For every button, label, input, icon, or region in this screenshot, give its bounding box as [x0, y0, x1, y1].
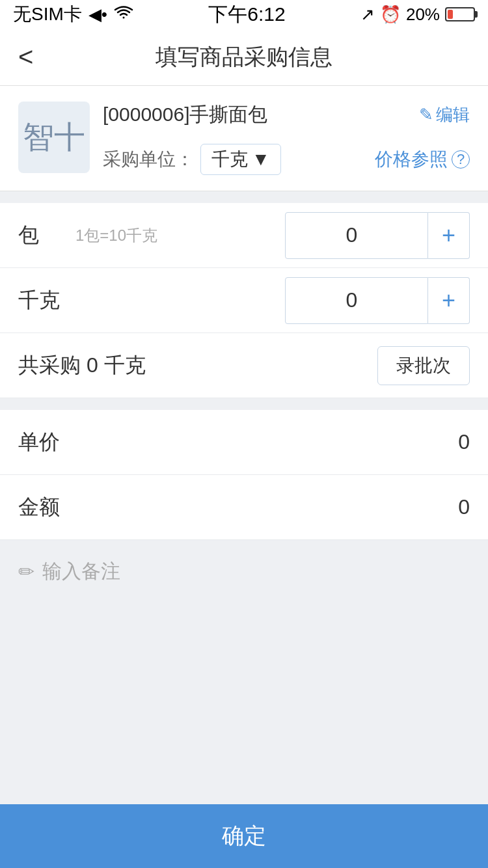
- kg-plus-icon: +: [442, 287, 455, 314]
- status-bar: 无SIM卡 ◀• 下午6:12 ↗ ⏰ 20%: [0, 0, 488, 29]
- alarm-icon: ⏰: [380, 5, 401, 25]
- summary-text: 共采购 0 千克: [18, 351, 146, 380]
- dropdown-arrow-icon: ▼: [252, 149, 270, 170]
- pencil-icon: ✏: [18, 560, 34, 583]
- unit-selector-area: 采购单位： 千克 ▼: [103, 144, 281, 175]
- status-right: ↗ ⏰ 20%: [360, 5, 475, 25]
- note-section[interactable]: ✏ 输入备注: [0, 540, 488, 670]
- product-card: 智十 [0000006]手撕面包 ✎ 编辑 采购单位： 千克 ▼: [0, 86, 488, 191]
- kg-label: 千克: [18, 286, 70, 315]
- product-unit-row: 采购单位： 千克 ▼ 价格参照 ?: [103, 144, 470, 175]
- summary-unit: 千克: [104, 353, 146, 377]
- quantity-input-section: 包 1包=10千克 + 千克 + 共采购 0 千克: [0, 203, 488, 398]
- product-info: [0000006]手撕面包 ✎ 编辑 采购单位： 千克 ▼ 价格参照 ?: [103, 102, 470, 175]
- nav-bar: < 填写商品采购信息: [0, 29, 488, 86]
- summary-row: 共采购 0 千克 录批次: [0, 333, 488, 398]
- product-thumb-icon: 智十: [23, 116, 85, 158]
- back-button[interactable]: <: [18, 42, 33, 72]
- price-ref-button[interactable]: 价格参照 ?: [375, 147, 470, 172]
- wifi-icon: ◀•: [88, 5, 107, 25]
- edit-label: 编辑: [436, 103, 470, 126]
- bag-quantity-input[interactable]: [285, 212, 428, 259]
- summary-prefix: 共采购: [18, 353, 81, 377]
- page-title: 填写商品采购信息: [156, 42, 332, 72]
- kg-input-row: 千克 +: [0, 268, 488, 333]
- confirm-button[interactable]: 确定: [0, 804, 488, 868]
- price-ref-label: 价格参照: [375, 147, 448, 172]
- carrier-text: 无SIM卡: [13, 2, 82, 27]
- product-name: [0000006]手撕面包: [103, 102, 267, 128]
- note-placeholder[interactable]: ✏ 输入备注: [18, 558, 470, 585]
- battery-icon: [445, 7, 475, 21]
- confirm-label: 确定: [222, 821, 266, 851]
- info-icon: ?: [452, 150, 470, 169]
- bag-plus-button[interactable]: +: [428, 212, 470, 259]
- product-title: 手撕面包: [189, 103, 267, 125]
- section-divider-2: [0, 398, 488, 410]
- kg-quantity-input[interactable]: [285, 277, 428, 324]
- edit-icon: ✎: [419, 105, 433, 125]
- bag-sublabel: 1包=10千克: [75, 225, 157, 246]
- unit-value: 千克: [211, 147, 248, 172]
- unit-dropdown[interactable]: 千克 ▼: [200, 144, 281, 175]
- kg-plus-button[interactable]: +: [428, 277, 470, 324]
- edit-button[interactable]: ✎ 编辑: [419, 103, 470, 126]
- plus-icon: +: [442, 222, 455, 249]
- product-thumbnail: 智十: [18, 102, 90, 173]
- wifi-signal-icon: [114, 4, 133, 25]
- unit-label: 采购单位：: [103, 147, 194, 172]
- unit-price-label: 单价: [18, 428, 60, 457]
- location-icon: ↗: [360, 5, 375, 25]
- product-id: [0000006]: [103, 103, 189, 125]
- note-placeholder-text: 输入备注: [42, 558, 120, 585]
- unit-price-value: 0: [458, 430, 470, 454]
- bag-input-group: +: [285, 212, 470, 259]
- batch-label: 录批次: [396, 355, 451, 375]
- amount-value: 0: [458, 495, 470, 519]
- unit-price-row: 单价 0: [0, 410, 488, 475]
- bag-label: 包: [18, 221, 70, 250]
- bag-input-row: 包 1包=10千克 +: [0, 203, 488, 268]
- section-divider-1: [0, 191, 488, 203]
- batch-button[interactable]: 录批次: [377, 346, 470, 385]
- product-info-top: [0000006]手撕面包 ✎ 编辑: [103, 102, 470, 128]
- kg-input-group: +: [285, 277, 470, 324]
- battery-percentage: 20%: [406, 5, 440, 25]
- amount-row: 金额 0: [0, 475, 488, 540]
- battery-fill: [448, 10, 453, 19]
- summary-value: 0: [87, 353, 98, 377]
- price-info-section: 单价 0 金额 0: [0, 410, 488, 540]
- status-left: 无SIM卡 ◀•: [13, 2, 133, 27]
- amount-label: 金额: [18, 493, 60, 522]
- status-time: 下午6:12: [208, 1, 285, 28]
